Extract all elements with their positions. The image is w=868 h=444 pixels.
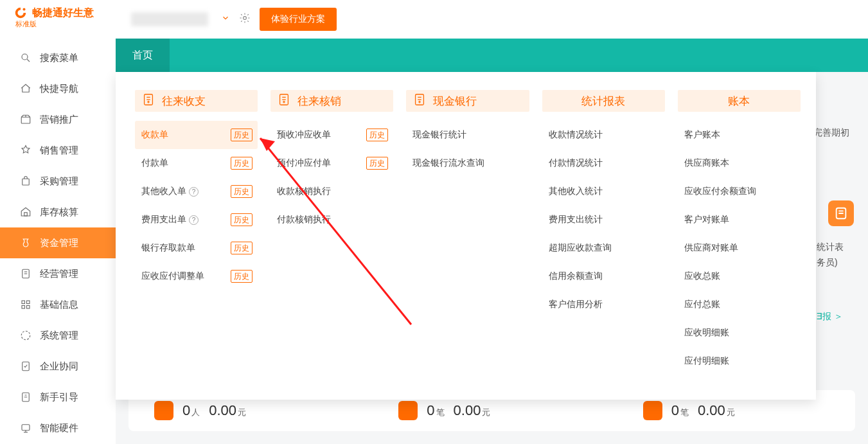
history-badge[interactable]: 历史 [366,157,388,170]
mega-col-header: 账本 [678,90,801,112]
stat-icon [398,401,418,420]
history-badge[interactable]: 历史 [231,185,252,198]
svg-rect-16 [22,425,30,431]
sidebar-item-guide[interactable]: 新手引导 [0,382,116,413]
try-industry-button[interactable]: 体验行业方案 [260,8,337,31]
org-name-redacted [131,12,208,26]
finance-icon [19,236,32,249]
mega-col-统计报表: 统计报表收款情况统计付款情况统计其他收入统计费用支出统计超期应收款查询信用余额查… [542,90,665,392]
history-badge[interactable]: 历史 [231,157,252,170]
mega-item[interactable]: 其他收入单?历史 [135,177,258,206]
sidebar-item-quicknav[interactable]: 快捷导航 [0,73,116,104]
sidebar-item-mkt[interactable]: 营销推广 [0,104,116,135]
stat-block: 0笔0.00元 [643,401,735,420]
sidebar: 畅捷通好生意 标准版 搜索菜单快捷导航营销推广销售管理采购管理库存核算资金管理经… [0,0,116,444]
mega-item[interactable]: 客户信用分析 [542,290,665,319]
mega-item-label: 付款核销执行 [277,214,331,226]
mega-item[interactable]: 供应商账本 [678,149,801,177]
mega-item[interactable]: 信用余额查询 [542,262,665,290]
mega-item[interactable]: 预付冲应付单历史 [270,149,393,177]
mega-item[interactable]: 银行存取款单历史 [135,234,258,262]
org-selector[interactable] [131,12,230,26]
mkt-icon [19,113,32,126]
mega-item[interactable]: 超期应收款查询 [542,234,665,262]
history-badge[interactable]: 历史 [366,129,388,141]
mega-item[interactable]: 费用支出统计 [542,206,665,234]
mega-item[interactable]: 供应商对账单 [678,234,801,262]
logo-text: 畅捷通好生意 [32,6,94,20]
mega-item[interactable]: 收款单历史 [135,121,258,149]
mega-col-往来核销: 往来核销预收冲应收单历史预付冲应付单历史收款核销执行付款核销执行 [270,90,393,392]
mega-item[interactable]: 应收明细账 [678,319,801,347]
sidebar-item-ops[interactable]: 经营管理 [0,258,116,289]
tab-home[interactable]: 首页 [116,39,170,72]
mega-item[interactable]: 现金银行流水查询 [406,149,529,177]
mega-item[interactable]: 客户账本 [678,121,801,149]
tab-strip: 首页 [116,39,868,72]
mega-item[interactable]: 现金银行统计 [406,121,529,149]
mega-item-label: 客户账本 [684,129,720,141]
help-icon[interactable]: ? [189,215,199,225]
sidebar-item-label: 搜索菜单 [40,52,78,64]
mega-item[interactable]: 收款情况统计 [542,121,665,149]
mega-item-label: 预收冲应收单 [277,129,331,141]
sidebar-item-label: 新手引导 [40,391,78,404]
mega-item-label: 付款单 [141,157,168,169]
help-icon[interactable]: ? [189,187,199,197]
sidebar-item-label: 营销推广 [40,114,78,126]
mega-col-header: 现金银行 [406,90,529,112]
mega-item[interactable]: 应收应付余额查询 [678,177,801,206]
doc-icon [277,93,291,110]
sidebar-item-corp[interactable]: 企业协同 [0,351,116,382]
sidebar-item-sys[interactable]: 系统管理 [0,320,116,351]
stat-qty: 0笔 [671,402,689,419]
sidebar-menu: 搜索菜单快捷导航营销推广销售管理采购管理库存核算资金管理经营管理基础信息系统管理… [0,39,116,443]
mega-item[interactable]: 客户对账单 [678,206,801,234]
mega-item[interactable]: 收款核销执行 [270,177,393,206]
mega-item[interactable]: 其他收入统计 [542,177,665,206]
stat-amount: 0.00元 [698,402,735,419]
mega-item[interactable]: 应付明细账 [678,347,801,375]
mega-item-label: 应收应付调整单 [141,271,204,282]
sidebar-item-sales[interactable]: 销售管理 [0,135,116,166]
mega-item[interactable]: 应付总账 [678,290,801,319]
mega-item-label: 客户信用分析 [549,299,603,310]
svg-point-19 [244,17,247,20]
mega-item[interactable]: 费用支出单?历史 [135,206,258,234]
mega-item-label: 供应商账本 [684,157,729,169]
svg-point-0 [22,8,25,10]
floating-shortcut-icon[interactable] [828,200,854,226]
mega-col-header: 往来收支 [135,90,258,112]
svg-rect-10 [27,301,30,304]
mega-item-label: 应收总账 [684,271,720,282]
history-badge[interactable]: 历史 [231,270,252,283]
sidebar-item-search[interactable]: 搜索菜单 [0,42,116,73]
mega-item[interactable]: 付款单历史 [135,149,258,177]
gear-icon[interactable] [239,12,251,26]
mega-item-label: 银行存取款单 [141,242,195,254]
mega-item[interactable]: 预收冲应收单历史 [270,121,393,149]
search-icon [19,51,32,64]
sidebar-item-finance[interactable]: 资金管理 [0,227,116,258]
sidebar-item-label: 基础信息 [40,299,78,311]
mega-item[interactable]: 付款核销执行 [270,206,393,234]
mega-item[interactable]: 应收总账 [678,262,801,290]
sidebar-item-hw[interactable]: 智能硬件 [0,413,116,443]
history-badge[interactable]: 历史 [231,129,252,141]
mega-col-往来收支: 往来收支收款单历史付款单历史其他收入单?历史费用支出单?历史银行存取款单历史应收… [135,90,258,392]
mega-item-label: 信用余额查询 [549,271,603,282]
mega-item-label: 现金银行统计 [412,129,466,141]
history-badge[interactable]: 历史 [231,242,252,254]
stat-icon [643,401,662,420]
svg-point-13 [21,331,30,340]
mega-item[interactable]: 应收应付调整单历史 [135,262,258,290]
mega-col-header: 统计报表 [542,90,665,112]
history-badge[interactable]: 历史 [231,213,252,226]
mega-item[interactable]: 付款情况统计 [542,149,665,177]
stat-amount: 0.00元 [454,402,491,419]
chevron-down-icon [221,13,230,25]
sidebar-item-base[interactable]: 基础信息 [0,289,116,320]
svg-rect-5 [24,213,28,216]
sidebar-item-purchase[interactable]: 采购管理 [0,166,116,197]
sidebar-item-stock[interactable]: 库存核算 [0,197,116,227]
